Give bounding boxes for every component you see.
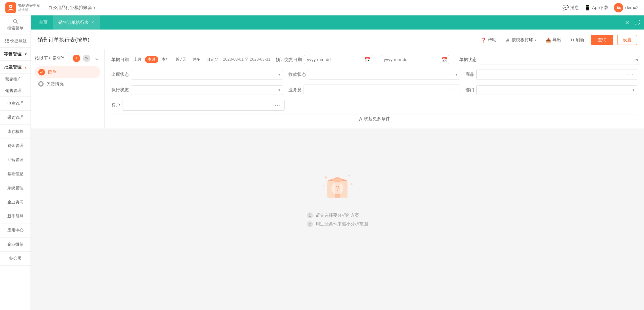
collapse-icon: ⋀ (359, 116, 363, 121)
tab-home[interactable]: 首页 (34, 15, 53, 30)
window-expand-icon[interactable]: ⛶ (633, 18, 641, 27)
settings-button[interactable]: 设置 (617, 35, 637, 45)
avatar: Ea (614, 3, 623, 12)
predicted-date-group: 预计交货日期 📅 — 📅 (276, 55, 454, 64)
shortcut-更多[interactable]: 更多 (190, 56, 203, 63)
sidebar-item-enterprise[interactable]: 企业协同 (0, 195, 31, 209)
filter-right: 单据日期 上月 本月 本年 近7天 更多 自定义 (105, 49, 644, 128)
salesperson-dots-icon[interactable]: ··· (450, 87, 457, 93)
payment-label: 收款状态 (288, 71, 306, 78)
sidebar-item-ecommerce[interactable]: 电商管理 (0, 97, 31, 111)
edit-scheme-button[interactable]: ✎ (83, 55, 90, 62)
sidebar: 搜索菜单 快捷导航 零售管理 ▾ 批发管理 ▴ 营销推广 销售管理 电商管理 采… (0, 15, 31, 310)
sidebar-item-purchase[interactable]: 采购管理 (0, 111, 31, 125)
wechat-label: 企业微信 (7, 242, 23, 247)
refresh-button[interactable]: ↻ 刷新 (568, 36, 587, 44)
retail-label: 零售管理 (4, 51, 21, 57)
sidebar-item-wholesale[interactable]: 批发管理 ▴ (0, 61, 31, 74)
predicted-date-end-input[interactable] (381, 55, 449, 64)
predicted-date-start-input[interactable] (304, 55, 372, 64)
marketing-label: 营销推广 (5, 76, 21, 82)
svg-line-3 (16, 22, 17, 23)
customer-input-area[interactable]: ··· (122, 100, 285, 111)
svg-point-1 (10, 6, 11, 7)
date-label: 单据日期 (111, 57, 129, 63)
customer-dots-icon[interactable]: ··· (275, 102, 281, 108)
app-download-icon: 📱 (584, 5, 591, 11)
app-download-button[interactable]: 📱 App下载 (584, 5, 608, 11)
scheme-active-icon (38, 69, 45, 75)
collapse-scheme-button[interactable]: « (93, 55, 100, 62)
svg-point-9 (39, 82, 43, 86)
sidebar-item-sales[interactable]: 销售管理 (0, 85, 31, 97)
goods-input-area[interactable]: ··· (476, 69, 637, 80)
payment-select[interactable] (308, 70, 460, 80)
salesperson-group: 业务员 ··· (288, 85, 460, 95)
svg-rect-5 (7, 39, 9, 41)
predicted-date-start-wrapper: 📅 (304, 55, 372, 64)
empty-tip-2: 2 用过滤条件来缩小分析范围 (307, 221, 368, 227)
scheme-item-按单[interactable]: 按单 (35, 66, 100, 78)
enterprise-label: 企业协同 (7, 199, 23, 205)
filter-row-3: 执行状态 ▾ 业务员 (111, 85, 637, 95)
svg-rect-6 (5, 42, 6, 43)
shortcut-本月[interactable]: 本月 (145, 56, 158, 63)
tab-home-label: 首页 (39, 19, 48, 25)
outbound-select[interactable] (131, 70, 283, 80)
customer-label: 客户 (111, 102, 120, 108)
scheme-item-欠货情况[interactable]: 欠货情况 (35, 78, 100, 90)
status-select[interactable] (479, 55, 641, 64)
system-label: 系统管理 (7, 185, 23, 191)
salesperson-input-area[interactable]: ··· (304, 85, 460, 95)
sidebar-item-operations[interactable]: 经营管理 (0, 153, 31, 167)
help-button[interactable]: ❓ 帮助 (478, 36, 499, 44)
tab-sales-order[interactable]: 销售订单执行表 × (53, 15, 100, 30)
search-button[interactable]: 查询 (591, 35, 613, 45)
predicted-date-end-wrapper: 📅 (381, 55, 449, 64)
export-button[interactable]: 📤 导出 (543, 36, 564, 44)
sidebar-item-appcenter[interactable]: 应用中心 (0, 223, 31, 238)
sidebar-item-newuser[interactable]: 新手引导 (0, 209, 31, 223)
shortcut-上月[interactable]: 上月 (131, 56, 144, 63)
page-actions: ❓ 帮助 🖨 按模板打印 ▾ 📤 导出 ↻ (478, 35, 637, 45)
goods-dots-icon[interactable]: ··· (627, 71, 634, 78)
date-range-text: 2023-03-01 至 2023-03-31 (223, 57, 270, 62)
calendar-start-icon: 📅 (365, 57, 370, 62)
empty-illustration: ? (317, 164, 358, 204)
retail-arrow-icon: ▾ (25, 52, 26, 56)
sidebar-item-search[interactable]: 搜索菜单 (0, 15, 31, 35)
shortcut-自定义[interactable]: 自定义 (204, 56, 221, 63)
breadcrumb-arrow-icon[interactable]: ▾ (93, 5, 96, 10)
exec-label: 执行状态 (111, 87, 129, 93)
user-area[interactable]: Ea demo2 (614, 3, 639, 12)
sidebar-item-inventory[interactable]: 库存核算 (0, 125, 31, 139)
sidebar-item-retail[interactable]: 零售管理 ▾ (0, 48, 31, 61)
sidebar-item-system[interactable]: 系统管理 (0, 181, 31, 195)
sidebar-item-finance[interactable]: 资金管理 (0, 139, 31, 153)
svg-point-17 (351, 183, 353, 185)
tip-text-1: 请先选择要分析的方案 (316, 212, 359, 218)
inventory-label: 库存核算 (7, 129, 23, 135)
dept-group: 部门 ▾ (466, 85, 637, 95)
sidebar-item-quicknav[interactable]: 快捷导航 (0, 35, 31, 48)
sidebar-item-marketing[interactable]: 营销推广 (0, 74, 31, 85)
scheme-item-欠货情况-label: 欠货情况 (46, 81, 64, 87)
payment-group: 收款状态 ▾ (288, 70, 460, 80)
collapse-conditions-button[interactable]: ⋀ 收起更多条件 (111, 114, 637, 123)
filter-row-2: 出库状态 ▾ 收款状态 (111, 69, 637, 80)
window-close-icon[interactable]: ✕ (624, 18, 631, 27)
message-button[interactable]: 💬 消息 (562, 5, 579, 11)
svg-text:?: ? (336, 185, 339, 192)
shortcut-本年[interactable]: 本年 (159, 56, 172, 63)
shortcut-近7天[interactable]: 近7天 (173, 56, 189, 63)
dept-select[interactable] (476, 85, 637, 95)
exec-select[interactable] (131, 85, 283, 95)
tab-close-icon[interactable]: × (91, 19, 95, 25)
sidebar-item-member[interactable]: 畅会员 (0, 252, 31, 266)
print-button[interactable]: 🖨 按模板打印 ▾ (503, 36, 539, 44)
dept-label: 部门 (466, 87, 474, 93)
sidebar-item-basic[interactable]: 基础信息 (0, 167, 31, 181)
sidebar-item-wechat[interactable]: 企业微信 (0, 238, 31, 252)
page-content: 销售订单执行表(按单) ❓ 帮助 🖨 按模板打印 ▾ 📤 (31, 30, 644, 310)
add-scheme-button[interactable]: + (73, 55, 80, 62)
